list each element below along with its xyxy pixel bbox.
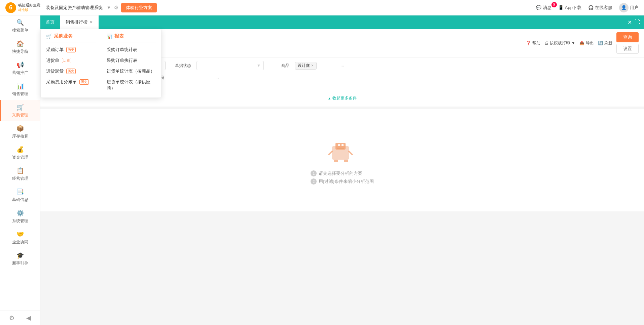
tab-home[interactable]: 首页 <box>40 15 60 29</box>
purchase-col: 🛒 采购业务 采购订单 历史 进货单 历史 进货退货 历史 采购费用分摊单 历史 <box>41 33 101 93</box>
sidebar-label-guide: 新手引导 <box>12 260 28 266</box>
goods-more[interactable]: ··· <box>341 63 344 68</box>
dropdown-item-goods-return[interactable]: 进货退货 历史 <box>46 66 96 77</box>
history-tag-2: 历史 <box>66 69 76 74</box>
sidebar-item-sales[interactable]: 📊 销售管理 <box>0 79 40 100</box>
topbar-right: 💬 消息 9 📱 App下载 🎧 在线客服 👤 用户 <box>536 3 639 12</box>
set-button[interactable]: 设置 <box>616 44 639 54</box>
message-icon: 💬 <box>536 5 541 10</box>
win-maximize-icon[interactable]: ⛶ <box>635 19 640 26</box>
user-btn[interactable]: 👤 用户 <box>619 3 639 12</box>
svg-rect-7 <box>334 160 338 162</box>
tab-sales-rank-label: 销售排行榜 <box>66 19 87 25</box>
dropdown-item-report-4[interactable]: 进货单统计表（按供应商） <box>107 77 156 93</box>
sidebar-item-purchase[interactable]: 🛒 采购管理 <box>0 100 40 121</box>
sidebar-item-capital[interactable]: 💰 资金管理 <box>0 143 40 164</box>
refresh-label: 刷新 <box>604 40 612 46</box>
win-close-icon[interactable]: ✕ <box>628 19 632 26</box>
topbar: 6 畅捷通好生意 标准版 装备及固定资产辅助管理系统 ▼ ⚙ 体验行业方案 💬 … <box>0 0 644 15</box>
goods-return-label: 进货退货 <box>46 68 64 74</box>
dropdown-item-report-2[interactable]: 采购订单执行表 <box>107 55 156 66</box>
sales-icon: 📊 <box>16 82 24 90</box>
export-btn[interactable]: 📤 导出 <box>579 40 594 46</box>
user-label: 用户 <box>630 5 639 11</box>
sidebar-item-search[interactable]: 🔍 搜索菜单 <box>0 15 40 37</box>
sys-name: 装备及固定资产辅助管理系统 <box>46 5 103 11</box>
status-select[interactable]: ▼ <box>196 61 264 70</box>
svg-line-6 <box>349 151 352 155</box>
tip2-num: 2 <box>311 178 317 185</box>
refresh-btn[interactable]: 🔄 刷新 <box>598 40 612 46</box>
app-download-btn[interactable]: 📱 App下载 <box>558 5 581 11</box>
sys-dropdown-icon[interactable]: ▼ <box>107 5 111 10</box>
sidebar-item-inventory[interactable]: 📦 库存核算 <box>0 121 40 143</box>
sidebar-label-inventory: 库存核算 <box>12 133 28 139</box>
service-label: 在线客服 <box>595 5 612 11</box>
sidebar-item-guide[interactable]: 🎓 新手引导 <box>0 248 40 270</box>
sidebar-collapse-icon[interactable]: ◀ <box>26 314 31 322</box>
print-dropdown-icon[interactable]: ▼ <box>571 41 575 45</box>
search-icon: 🔍 <box>16 19 24 26</box>
sidebar-item-cooperation[interactable]: 🤝 企业协同 <box>0 227 40 248</box>
dropdown-item-goods-in[interactable]: 进货单 历史 <box>46 55 96 66</box>
purchase-icon: 🛒 <box>16 104 24 111</box>
sidebar-label-purchase: 采购管理 <box>12 112 28 118</box>
query-button[interactable]: 查询 <box>616 32 639 42</box>
service-btn[interactable]: 🎧 在线客服 <box>588 5 612 11</box>
collapse-label: 收起更多条件 <box>332 95 357 101</box>
sidebar-item-operation[interactable]: 📋 经营管理 <box>0 164 40 185</box>
brand-name: 畅捷通好生意 <box>18 3 40 7</box>
help-btn[interactable]: ❓ 帮助 <box>526 40 540 46</box>
dropdown-item-report-3[interactable]: 进货单统计表（按商品） <box>107 66 156 77</box>
empty-tip-2: 2 用[过滤]条件来缩小分析范围 <box>311 178 373 185</box>
sidebar-settings-icon[interactable]: ⚙ <box>9 314 14 322</box>
dropdown-item-report-1[interactable]: 采购订单统计表 <box>107 44 156 55</box>
operation-icon: 📋 <box>16 167 24 174</box>
sidebar-label-system: 系统管理 <box>12 218 28 224</box>
basic-icon: 📑 <box>16 188 24 196</box>
app-label: App下载 <box>565 5 581 11</box>
sidebar-item-marketing[interactable]: 📢 营销推广 <box>0 58 40 79</box>
logo-icon: 6 <box>5 2 16 13</box>
cooperation-icon: 🤝 <box>16 231 24 238</box>
message-btn[interactable]: 💬 消息 9 <box>536 5 551 11</box>
trial-button[interactable]: 体验行业方案 <box>121 3 157 12</box>
sidebar-item-system[interactable]: ⚙️ 系统管理 <box>0 206 40 227</box>
report-2-label: 采购订单执行表 <box>107 57 137 64</box>
svg-rect-8 <box>344 160 348 162</box>
sidebar-label-basic: 基础信息 <box>12 197 28 203</box>
sidebar-item-basic[interactable]: 📑 基础信息 <box>0 185 40 206</box>
settings-icon[interactable]: ⚙ <box>114 4 118 11</box>
report-col-icon: 📊 <box>107 34 112 39</box>
goods-tag-remove[interactable]: × <box>311 63 314 68</box>
report-col-title: 📊 报表 <box>107 33 156 42</box>
tab-sales-rank[interactable]: 销售排行榜 ✕ <box>60 15 99 29</box>
goods-label: 商品 <box>269 63 289 69</box>
help-icon: ❓ <box>526 41 531 45</box>
purchase-dropdown-menu: 🛒 采购业务 采购订单 历史 进货单 历史 进货退货 历史 采购费用分摊单 历史 <box>40 29 162 98</box>
sidebar-label-capital: 资金管理 <box>12 155 28 160</box>
empty-state: 1 请先选择要分析的方案 2 用[过滤]条件来缩小分析范围 <box>40 109 644 211</box>
dropdown-item-purchase-order[interactable]: 采购订单 历史 <box>46 44 96 55</box>
home-icon: 🏠 <box>16 40 24 47</box>
report-col-label: 报表 <box>114 33 124 39</box>
print-btn[interactable]: 🖨 按模板打印 ▼ <box>544 40 575 46</box>
history-tag-0: 历史 <box>66 47 76 52</box>
mobile-icon: 📱 <box>558 5 564 10</box>
empty-illustration <box>327 136 357 166</box>
purchase-col-label: 采购业务 <box>54 33 73 39</box>
history-tag-1: 历史 <box>62 58 71 63</box>
tab-bar: 首页 销售排行榜 ✕ ✕ ⛶ <box>40 15 644 29</box>
sidebar: 🔍 搜索菜单 🏠 快捷导航 📢 营销推广 📊 销售管理 🛒 采购管理 📦 库存核… <box>0 15 40 325</box>
sidebar-item-quick[interactable]: 🏠 快捷导航 <box>0 37 40 58</box>
dropdown-item-purchase-cost[interactable]: 采购费用分摊单 历史 <box>46 77 96 87</box>
headset-icon: 🎧 <box>588 5 594 10</box>
purchase-col-icon: 🛒 <box>46 34 52 39</box>
svg-rect-2 <box>338 144 340 146</box>
staff-more[interactable]: ··· <box>215 75 219 80</box>
sidebar-bottom: ⚙ ◀ <box>0 311 40 325</box>
svg-rect-4 <box>337 148 344 149</box>
purchase-order-label: 采购订单 <box>46 47 64 53</box>
tip2-text: 用[过滤]条件来缩小分析范围 <box>319 178 373 185</box>
tab-close-icon[interactable]: ✕ <box>90 20 93 25</box>
